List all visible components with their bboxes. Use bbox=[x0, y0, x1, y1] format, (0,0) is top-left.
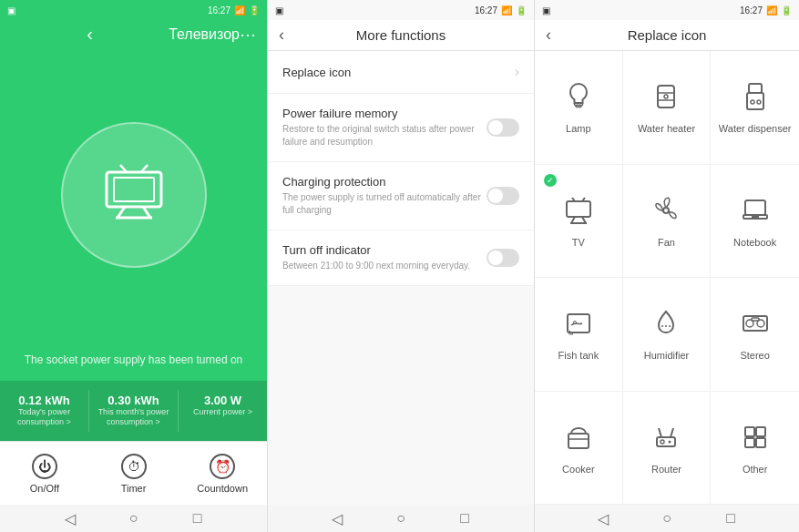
stat-today-value: 0.12 kWh bbox=[7, 394, 81, 407]
battery-icon-3: 🔋 bbox=[781, 5, 792, 15]
stat-current[interactable]: 3.00 W Current power > bbox=[179, 390, 267, 432]
android-bar-2: ◁ ○ □ bbox=[268, 505, 534, 532]
top-bar-1: ‹ Телевизор ⋯ bbox=[0, 20, 267, 52]
icon-cooker[interactable]: Cooker bbox=[535, 392, 623, 506]
charging-protection-content: Charging protection The power supply is … bbox=[282, 175, 487, 217]
svg-line-38 bbox=[671, 428, 673, 437]
menu-turn-off-indicator[interactable]: Turn off indicator Between 21:00 to 9:00… bbox=[268, 230, 534, 286]
router-icon bbox=[650, 421, 682, 458]
onoff-icon: ⏻ bbox=[32, 454, 57, 479]
cooker-label: Cooker bbox=[562, 464, 594, 475]
top-bar-3: ‹ Replace icon bbox=[535, 20, 799, 51]
countdown-label: Countdown bbox=[197, 483, 248, 494]
icon-water-dispenser[interactable]: Water dispenser bbox=[711, 51, 799, 165]
signal-icon-1: 📶 bbox=[234, 5, 245, 15]
svg-rect-13 bbox=[749, 84, 762, 93]
power-failure-toggle[interactable] bbox=[487, 118, 519, 137]
onoff-button[interactable]: ⏻ On/Off bbox=[0, 442, 89, 505]
stat-month[interactable]: 0.30 kWh This month's powerconsumption > bbox=[89, 390, 179, 432]
replace-icon-arrow: › bbox=[515, 64, 519, 80]
tv-icon bbox=[97, 163, 170, 227]
more-functions-panel: ▣ 16:27 📶 🔋 ‹ More functions Replace ico… bbox=[267, 0, 534, 532]
top-bar-2: ‹ More functions bbox=[268, 20, 534, 51]
back-button-1[interactable]: ‹ bbox=[11, 24, 169, 45]
icon-lamp[interactable]: Lamp bbox=[535, 51, 623, 165]
fish-tank-icon bbox=[562, 307, 595, 344]
stat-month-value: 0.30 kWh bbox=[97, 394, 170, 407]
notebook-icon bbox=[739, 194, 772, 231]
icon-router[interactable]: Router bbox=[623, 392, 712, 506]
fan-icon bbox=[650, 194, 682, 231]
status-bar-left-1: ▣ bbox=[7, 5, 15, 15]
device-circle[interactable] bbox=[61, 122, 207, 268]
icon-fan[interactable]: Fan bbox=[623, 165, 712, 279]
replace-icon-content: Replace icon bbox=[282, 66, 515, 79]
tv-grid-icon bbox=[562, 194, 595, 231]
timer-label: Timer bbox=[121, 483, 147, 494]
status-message: The socket power supply has been turned … bbox=[0, 339, 267, 381]
svg-point-28 bbox=[573, 322, 576, 324]
more-button-1[interactable]: ⋯ bbox=[240, 25, 256, 45]
water-dispenser-label: Water dispenser bbox=[719, 123, 792, 134]
lamp-label: Lamp bbox=[566, 123, 591, 134]
menu-charging-protection[interactable]: Charging protection The power supply is … bbox=[268, 162, 534, 230]
charging-protection-toggle[interactable] bbox=[487, 187, 519, 205]
svg-point-16 bbox=[757, 100, 761, 104]
water-dispenser-icon bbox=[739, 80, 772, 118]
power-failure-desc: Restore to the original switch status af… bbox=[282, 123, 487, 148]
time-1: 16:27 bbox=[208, 5, 230, 15]
notebook-label: Notebook bbox=[733, 237, 776, 248]
svg-line-37 bbox=[659, 428, 661, 437]
menu-replace-icon[interactable]: Replace icon › bbox=[268, 51, 534, 94]
icon-humidifier[interactable]: Humidifier bbox=[623, 278, 712, 392]
icon-water-heater[interactable]: Water heater bbox=[623, 51, 712, 165]
charging-protection-title: Charging protection bbox=[282, 175, 487, 189]
back-android-2[interactable]: ◁ bbox=[328, 509, 346, 527]
power-failure-content: Power failure memory Restore to the orig… bbox=[282, 107, 487, 148]
home-android-2[interactable]: ○ bbox=[392, 509, 410, 527]
other-label: Other bbox=[743, 464, 768, 475]
svg-point-12 bbox=[664, 95, 668, 98]
replace-icon-panel: ▣ 16:27 📶 🔋 ‹ Replace icon Lamp Water he… bbox=[534, 0, 799, 532]
cooker-icon bbox=[562, 421, 595, 458]
icon-fish-tank[interactable]: Fish tank bbox=[535, 278, 623, 392]
app-icon-1: ▣ bbox=[7, 5, 15, 15]
turn-off-indicator-toggle[interactable] bbox=[487, 249, 519, 267]
recent-android-2[interactable]: □ bbox=[456, 509, 474, 527]
power-failure-title: Power failure memory bbox=[282, 107, 487, 120]
countdown-button[interactable]: ⏰ Countdown bbox=[178, 442, 267, 505]
turn-off-indicator-title: Turn off indicator bbox=[282, 243, 487, 257]
home-android-3[interactable]: ○ bbox=[658, 509, 676, 527]
back-android-1[interactable]: ◁ bbox=[61, 509, 79, 527]
stat-current-value: 3.00 W bbox=[186, 394, 260, 407]
icon-other[interactable]: Other bbox=[711, 392, 799, 506]
icon-stereo[interactable]: Stereo bbox=[711, 278, 799, 392]
svg-rect-41 bbox=[745, 427, 754, 436]
svg-rect-24 bbox=[745, 200, 765, 215]
icon-notebook[interactable]: Notebook bbox=[711, 165, 799, 279]
svg-rect-44 bbox=[756, 438, 765, 447]
stat-today[interactable]: 0.12 kWh Today's powerconsumption > bbox=[0, 390, 89, 432]
timer-button[interactable]: ⏱ Timer bbox=[89, 442, 179, 505]
back-button-2[interactable]: ‹ bbox=[279, 26, 284, 45]
turn-off-indicator-content: Turn off indicator Between 21:00 to 9:00… bbox=[282, 243, 487, 272]
recent-android-1[interactable]: □ bbox=[189, 509, 207, 527]
power-stats: 0.12 kWh Today's powerconsumption > 0.30… bbox=[0, 381, 267, 441]
svg-line-18 bbox=[571, 217, 575, 223]
svg-line-3 bbox=[143, 207, 150, 218]
home-android-1[interactable]: ○ bbox=[125, 509, 143, 527]
svg-rect-8 bbox=[576, 106, 581, 107]
status-bar-left-3: ▣ bbox=[542, 5, 550, 15]
status-bar-2: ▣ 16:27 📶 🔋 bbox=[268, 0, 534, 20]
back-button-3[interactable]: ‹ bbox=[546, 26, 551, 45]
fan-label: Fan bbox=[658, 237, 675, 248]
timer-icon: ⏱ bbox=[121, 454, 147, 479]
water-heater-icon bbox=[650, 80, 682, 118]
menu-power-failure[interactable]: Power failure memory Restore to the orig… bbox=[268, 94, 534, 162]
back-android-3[interactable]: ◁ bbox=[594, 509, 612, 527]
icon-tv[interactable]: ✓ TV bbox=[535, 165, 623, 279]
recent-android-3[interactable]: □ bbox=[722, 509, 740, 527]
onoff-label: On/Off bbox=[30, 483, 59, 494]
turn-off-indicator-desc: Between 21:00 to 9:00 next morning every… bbox=[282, 260, 487, 272]
signal-icon-2: 📶 bbox=[501, 5, 512, 15]
